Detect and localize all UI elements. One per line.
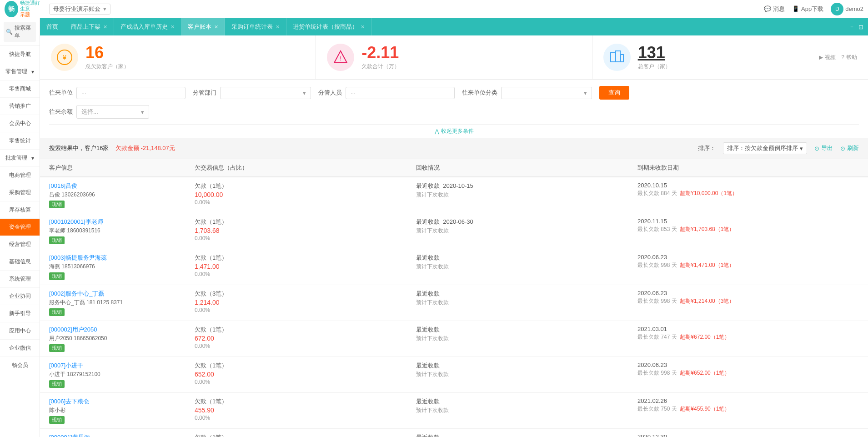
sidebar-item-finance[interactable]: 资金管理	[0, 219, 40, 236]
sidebar-item-marketing[interactable]: 营销推广	[0, 98, 40, 115]
sidebar-item-retail-stats[interactable]: 零售统计	[0, 132, 40, 150]
customer-name-link[interactable]: [0007]小进干	[49, 362, 195, 370]
from-unit-input[interactable]: ···	[76, 87, 186, 99]
logo-text: 畅捷通好生意示题	[20, 0, 45, 18]
stat-icon-3	[603, 44, 631, 71]
export-button[interactable]: ⊙ 导出	[814, 144, 833, 152]
debt-label: 欠款（1笔）	[195, 218, 416, 226]
tab-close-icon[interactable]: ✕	[171, 24, 175, 30]
dept-select[interactable]: ▾	[220, 87, 311, 99]
collapse-filter-button[interactable]: ⋀ 收起更多条件	[49, 124, 859, 138]
collection-cell: 最近收款 预计下次收款	[416, 290, 637, 316]
overdue-link[interactable]: 超期¥1,471.00（1笔）	[680, 262, 734, 268]
debt-info-cell: 欠款（1笔） 455.90 0.00%	[195, 397, 416, 424]
person-input[interactable]: ···	[346, 87, 455, 99]
tab-customer[interactable]: 客户账本 ✕	[181, 18, 225, 35]
overdue-link[interactable]: 超期¥10,000.00（1笔）	[680, 190, 738, 196]
collection-next-label: 预计下次收款	[416, 263, 637, 271]
refresh-button[interactable]: ⊙ 刷新	[840, 144, 859, 152]
debt-info-cell: 欠款（1笔） 652.00 0.00%	[195, 362, 416, 388]
search-button[interactable]: 查询	[599, 86, 629, 100]
top-bar-right: 💬 消息 📱 App下载 D demo2	[764, 3, 863, 15]
sidebar-item-retail-mgmt[interactable]: 零售管理 ▾	[0, 63, 40, 80]
debt-label: 欠款（1笔）	[195, 326, 416, 334]
maximize-icon[interactable]: ⊡	[858, 24, 863, 30]
stat-card-total-customers: 131 总客户（家） ▶ 视频 ? 帮助	[592, 35, 868, 79]
sidebar-item-member-center[interactable]: 会员中心	[0, 115, 40, 132]
unit-category-select[interactable]: ▾	[501, 87, 592, 99]
page-content: ¥ 16 总欠款客户（家） ! -2.11 欠款合计（万）	[40, 35, 868, 437]
overdue-link[interactable]: 超期¥1,214.00（3笔）	[680, 298, 734, 304]
stat-number-3: 131	[638, 45, 671, 61]
video-button[interactable]: ▶ 视频	[819, 54, 836, 61]
customer-name-link[interactable]: [0006]去下粮仓	[49, 397, 195, 406]
sidebar-item-enterprise-collab[interactable]: 企业协同	[0, 288, 40, 305]
tab-production[interactable]: 产成品入库单历史 ✕	[114, 18, 181, 35]
customer-tag: 现销	[49, 201, 65, 208]
help-button[interactable]: ? 帮助	[841, 54, 857, 61]
mobile-icon: 📱	[792, 5, 799, 12]
sidebar-item-enterprise-wx[interactable]: 企业微信	[0, 340, 40, 357]
app-download-button[interactable]: 📱 App下载	[792, 5, 823, 13]
due-date-cell: 2020.06.23 最长欠款 998 天 超期¥1,214.00（3笔）	[637, 290, 859, 316]
debt-info-cell: 欠款（1笔） 10,000.00 0.00%	[195, 182, 416, 208]
stat-card-debt-customers: ¥ 16 总欠款客户（家）	[40, 35, 316, 79]
collection-cell: 最近收款 预计下次收款	[416, 326, 637, 352]
sidebar-item-new-guide[interactable]: 新手引导	[0, 305, 40, 322]
minimize-icon[interactable]: －	[849, 23, 855, 31]
video-icon: ▶	[819, 54, 823, 60]
stat-card-3-info: 131 总客户（家）	[638, 45, 671, 70]
customer-name-link[interactable]: [000001]黄思源	[49, 433, 195, 437]
tab-import[interactable]: 进货单统计表（按商品） ✕	[286, 18, 371, 35]
overdue-link[interactable]: 超期¥652.00（1笔）	[680, 370, 730, 376]
table-row: [0006]去下粮仓 陈小彬 现销 欠款（1笔） 455.90 0.00% 最近…	[40, 393, 868, 429]
customer-tag: 现销	[49, 416, 65, 424]
tab-close-icon[interactable]: ✕	[276, 24, 280, 30]
tab-close-icon[interactable]: ✕	[214, 24, 218, 30]
sidebar-item-app-center[interactable]: 应用中心	[0, 322, 40, 340]
customer-name-link[interactable]: [0016]吕俊	[49, 182, 195, 190]
sidebar-item-inventory[interactable]: 库存核算	[0, 201, 40, 219]
sidebar-item-quick-nav[interactable]: 快捷导航	[0, 46, 40, 63]
tab-home[interactable]: 首页	[40, 23, 65, 31]
sidebar-item-vip-member[interactable]: 畅会员	[0, 357, 40, 374]
collection-last-label: 最近收款 2020-10-15	[416, 182, 637, 190]
sidebar-item-ecommerce[interactable]: 电商管理	[0, 167, 40, 184]
overdue-link[interactable]: 超期¥455.90（1笔）	[680, 406, 730, 412]
sidebar-item-purchase-mgmt[interactable]: 采购管理	[0, 184, 40, 201]
tab-bar: 首页 商品上下架 ✕ 产成品入库单历史 ✕ 客户账本 ✕ 采购订单统计表 ✕	[40, 18, 868, 35]
tab-purchase[interactable]: 采购订单统计表 ✕	[225, 18, 286, 35]
debt-label: 欠款（1笔）	[195, 433, 416, 437]
sort-select[interactable]: 排序：按欠款金额倒序排序 ▾	[723, 142, 807, 154]
table-row: [0001020001]李老师 李老师 18600391516 现销 欠款（1笔…	[40, 213, 868, 249]
customer-name-link[interactable]: [0002]服务中心_丁磊	[49, 290, 195, 298]
customer-name-link[interactable]: [000002]用户2050	[49, 326, 195, 334]
sidebar-item-system[interactable]: 系统管理	[0, 271, 40, 288]
sidebar-item-ops-mgmt[interactable]: 经营管理	[0, 236, 40, 253]
message-button[interactable]: 💬 消息	[764, 5, 785, 13]
customer-phone: 海燕 18513066976	[49, 263, 195, 271]
tab-close-icon[interactable]: ✕	[103, 24, 107, 30]
search-menu-button[interactable]: 🔍 搜索菜单	[4, 22, 36, 42]
balance-select[interactable]: 选择... ▾	[76, 105, 149, 119]
overdue-link[interactable]: 超期¥672.00（1笔）	[680, 334, 730, 340]
overdue-link[interactable]: 超期¥1,703.68（1笔）	[680, 226, 734, 232]
svg-rect-5	[616, 51, 620, 62]
tab-product[interactable]: 商品上下架 ✕	[65, 18, 114, 35]
sidebar-item-retail-mall[interactable]: 零售商城	[0, 80, 40, 98]
sidebar-item-batch-mgmt[interactable]: 批发管理 ▾	[0, 150, 40, 167]
stat-number-1: 16	[85, 45, 129, 61]
tab-close-icon[interactable]: ✕	[361, 24, 365, 30]
debt-info-cell: 欠款（1笔） 1,471.00 0.00%	[195, 254, 416, 280]
overdue-days: 最长欠款 998 天 超期¥652.00（1笔）	[637, 369, 859, 377]
sidebar: 🔍 搜索菜单 快捷导航 零售管理 ▾ 零售商城 营销推广 会员中心 零售统计	[0, 18, 40, 437]
stat-number-2: -2.11	[361, 45, 400, 61]
collection-next-label: 预计下次收款	[416, 371, 637, 378]
logo-icon: 畅	[5, 1, 18, 17]
user-menu[interactable]: D demo2	[831, 3, 863, 15]
customer-name-link[interactable]: [0003]畅捷服务尹海蕊	[49, 254, 195, 262]
customer-tag: 现销	[49, 308, 65, 316]
sidebar-item-basic-info[interactable]: 基础信息	[0, 253, 40, 271]
customer-name-link[interactable]: [0001020001]李老师	[49, 218, 195, 226]
company-select[interactable]: 母婴行业演示账套 ▾	[49, 4, 110, 15]
